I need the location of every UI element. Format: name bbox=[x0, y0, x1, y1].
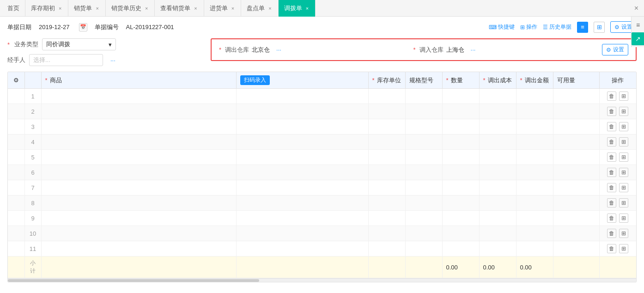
window-close-button[interactable]: × bbox=[634, 4, 642, 12]
row-spec-cell[interactable] bbox=[405, 134, 442, 150]
row-spec-cell[interactable] bbox=[405, 150, 442, 165]
row-qty-cell[interactable] bbox=[442, 195, 479, 211]
tab-inventory-init-close[interactable]: × bbox=[58, 6, 62, 11]
row-qty-cell[interactable] bbox=[442, 180, 479, 195]
row11-copy-button[interactable]: ⊞ bbox=[619, 244, 628, 253]
row-amount-cell[interactable] bbox=[516, 211, 553, 226]
row-copy-button[interactable]: ⊞ bbox=[619, 229, 628, 238]
operation-button[interactable]: ⊞ 操作 bbox=[520, 23, 537, 31]
row11-delete-button[interactable]: 🗑 bbox=[607, 244, 616, 253]
row-copy-button[interactable]: ⊞ bbox=[619, 168, 628, 177]
row-delete-button[interactable]: 🗑 bbox=[607, 183, 616, 192]
sidebar-list-button[interactable]: ≡ bbox=[632, 18, 644, 31]
scan-entry-button[interactable]: 扫码录入 bbox=[240, 75, 270, 85]
tab-sales-history-close[interactable]: × bbox=[144, 6, 149, 11]
row-spec-cell[interactable] bbox=[405, 226, 442, 241]
tab-view-sales-close[interactable]: × bbox=[193, 6, 198, 11]
row-delete-button[interactable]: 🗑 bbox=[607, 137, 616, 146]
row-qty-cell[interactable] bbox=[442, 134, 479, 150]
row-qty-cell[interactable] bbox=[442, 104, 479, 119]
tab-purchase-close[interactable]: × bbox=[231, 6, 235, 11]
row-spec-cell[interactable] bbox=[405, 195, 442, 211]
row-spec-cell[interactable] bbox=[405, 89, 442, 104]
business-type-select[interactable]: 同价调拨 ▾ bbox=[42, 38, 116, 50]
row-unit-cell[interactable] bbox=[368, 104, 405, 119]
row-delete-button[interactable]: 🗑 bbox=[607, 214, 616, 223]
row-spec-cell[interactable] bbox=[405, 119, 442, 134]
row11-goods-cell[interactable] bbox=[41, 241, 237, 256]
transfer-in-more-button[interactable]: ··· bbox=[471, 46, 476, 53]
row11-amount-cell[interactable] bbox=[516, 241, 553, 256]
row-unit-cell[interactable] bbox=[368, 226, 405, 241]
row-unit-cell[interactable] bbox=[368, 195, 405, 211]
row-copy-button[interactable]: ⊞ bbox=[619, 183, 628, 192]
row-copy-button[interactable]: ⊞ bbox=[619, 214, 628, 223]
row-unit-cell[interactable] bbox=[368, 165, 405, 180]
grid-view-button[interactable]: ⊞ bbox=[594, 22, 605, 33]
row-goods-cell[interactable] bbox=[41, 89, 237, 104]
handler-select[interactable]: 选择... bbox=[29, 54, 103, 66]
row-goods-cell[interactable] bbox=[41, 195, 237, 211]
tab-view-sales[interactable]: 查看销货单 × bbox=[155, 0, 204, 17]
row-cost-cell[interactable] bbox=[479, 226, 516, 241]
row-cost-cell[interactable] bbox=[479, 211, 516, 226]
row-delete-button[interactable]: 🗑 bbox=[607, 168, 616, 177]
row-qty-cell[interactable] bbox=[442, 150, 479, 165]
handler-more-button[interactable]: ··· bbox=[110, 57, 115, 64]
row-unit-cell[interactable] bbox=[368, 134, 405, 150]
shortcut-button[interactable]: ⌨ 快捷键 bbox=[489, 23, 515, 31]
row-unit-cell[interactable] bbox=[368, 211, 405, 226]
row-unit-cell[interactable] bbox=[368, 119, 405, 134]
row-goods-cell[interactable] bbox=[41, 134, 237, 150]
tab-sales-order-close[interactable]: × bbox=[95, 6, 99, 11]
tab-inventory-init[interactable]: 库存期初 × bbox=[25, 0, 68, 17]
row-qty-cell[interactable] bbox=[442, 89, 479, 104]
row-amount-cell[interactable] bbox=[516, 104, 553, 119]
row-qty-cell[interactable] bbox=[442, 119, 479, 134]
row-unit-cell[interactable] bbox=[368, 180, 405, 195]
row-goods-cell[interactable] bbox=[41, 180, 237, 195]
row-copy-button[interactable]: ⊞ bbox=[619, 92, 628, 101]
row-amount-cell[interactable] bbox=[516, 226, 553, 241]
row-unit-cell[interactable] bbox=[368, 150, 405, 165]
row-amount-cell[interactable] bbox=[516, 134, 553, 150]
tab-purchase[interactable]: 进货单 × bbox=[204, 0, 241, 17]
row11-cost-cell[interactable] bbox=[479, 241, 516, 256]
tab-transfer-close[interactable]: × bbox=[305, 6, 310, 11]
row-cost-cell[interactable] bbox=[479, 119, 516, 134]
tab-sales-order[interactable]: 销货单 × bbox=[68, 0, 105, 17]
row-spec-cell[interactable] bbox=[405, 165, 442, 180]
row-qty-cell[interactable] bbox=[442, 211, 479, 226]
row-cost-cell[interactable] bbox=[479, 180, 516, 195]
row11-spec-cell[interactable] bbox=[405, 241, 442, 256]
calendar-icon[interactable]: 📅 bbox=[79, 23, 87, 31]
tab-inventory-check-close[interactable]: × bbox=[267, 6, 272, 11]
row-qty-cell[interactable] bbox=[442, 165, 479, 180]
row-goods-cell[interactable] bbox=[41, 165, 237, 180]
row-amount-cell[interactable] bbox=[516, 180, 553, 195]
row11-qty-cell[interactable] bbox=[442, 241, 479, 256]
horizontal-scrollbar[interactable] bbox=[8, 278, 636, 282]
row-goods-cell[interactable] bbox=[41, 104, 237, 119]
row-copy-button[interactable]: ⊞ bbox=[619, 122, 628, 131]
tab-transfer[interactable]: 调拨单 × bbox=[279, 0, 316, 17]
row-delete-button[interactable]: 🗑 bbox=[607, 122, 616, 131]
row-copy-button[interactable]: ⊞ bbox=[619, 153, 628, 162]
tab-inventory-check[interactable]: 盘点单 × bbox=[241, 0, 278, 17]
row-goods-cell[interactable] bbox=[41, 211, 237, 226]
row-unit-cell[interactable] bbox=[368, 89, 405, 104]
row-cost-cell[interactable] bbox=[479, 195, 516, 211]
history-button[interactable]: ☰ 历史单据 bbox=[543, 23, 571, 31]
row-spec-cell[interactable] bbox=[405, 180, 442, 195]
tab-home[interactable]: 首页 bbox=[2, 0, 25, 17]
row-amount-cell[interactable] bbox=[516, 195, 553, 211]
row-delete-button[interactable]: 🗑 bbox=[607, 153, 616, 162]
row-goods-cell[interactable] bbox=[41, 226, 237, 241]
row-spec-cell[interactable] bbox=[405, 104, 442, 119]
sidebar-expand-button[interactable]: ↗ bbox=[632, 32, 644, 45]
warehouse-setting-button[interactable]: ⚙ 设置 bbox=[602, 44, 628, 55]
th-settings[interactable]: ⚙ bbox=[8, 72, 24, 89]
row-copy-button[interactable]: ⊞ bbox=[619, 137, 628, 146]
row-cost-cell[interactable] bbox=[479, 150, 516, 165]
row-copy-button[interactable]: ⊞ bbox=[619, 198, 628, 208]
